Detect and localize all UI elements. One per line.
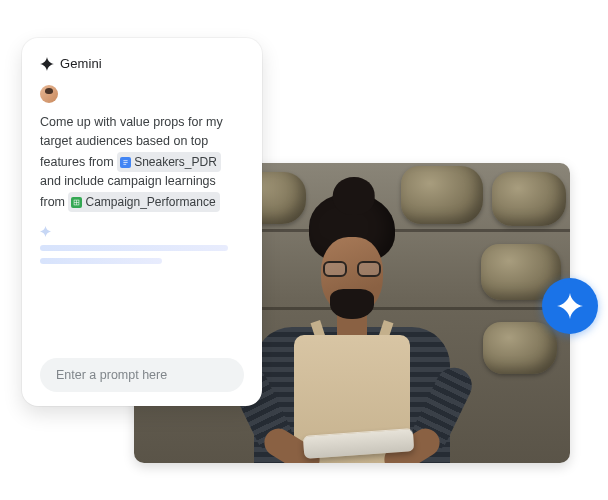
gemini-spark-icon xyxy=(557,293,583,319)
gemini-spark-icon xyxy=(40,57,54,71)
google-sheets-icon xyxy=(71,197,82,208)
file-chip-label: Sneakers_PDR xyxy=(134,153,217,172)
app-title: Gemini xyxy=(60,56,102,71)
panel-header: Gemini xyxy=(40,56,244,71)
prompt-input[interactable]: Enter a prompt here xyxy=(40,358,244,392)
response-skeleton-line xyxy=(40,245,228,251)
user-prompt-text: Come up with value props for my target a… xyxy=(40,113,244,212)
file-chip-docs[interactable]: Sneakers_PDR xyxy=(117,152,221,173)
svg-rect-0 xyxy=(124,160,128,161)
google-docs-icon xyxy=(120,157,131,168)
file-chip-label: Campaign_Performance xyxy=(85,193,215,212)
response-spark-icon xyxy=(40,226,244,237)
response-skeleton-line xyxy=(40,258,162,264)
gemini-panel: Gemini Come up with value props for my t… xyxy=(22,38,262,406)
user-avatar xyxy=(40,85,58,103)
file-chip-sheets[interactable]: Campaign_Performance xyxy=(68,192,219,213)
svg-rect-2 xyxy=(124,163,127,164)
prompt-placeholder: Enter a prompt here xyxy=(56,368,167,382)
gemini-badge[interactable] xyxy=(542,278,598,334)
svg-rect-1 xyxy=(124,162,128,163)
